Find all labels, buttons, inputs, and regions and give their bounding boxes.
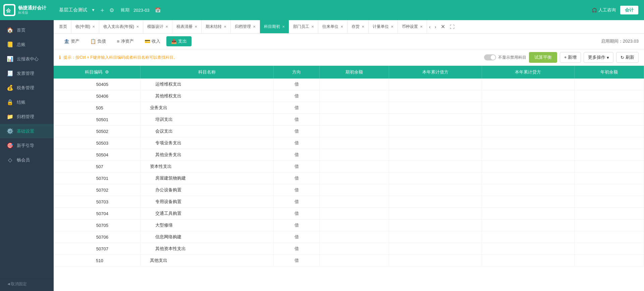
tab-inventory[interactable]: 存货 ✕ bbox=[347, 20, 369, 34]
col-opening-balance: 期初余额 bbox=[320, 66, 389, 79]
cell-name: 其他支出 bbox=[140, 255, 273, 266]
cell-year-opening bbox=[575, 149, 644, 161]
cell-code: 510 bbox=[54, 255, 140, 266]
tab-close-icon[interactable]: ✕ bbox=[165, 25, 168, 29]
table-row[interactable]: 50502 会议支出 借 bbox=[54, 126, 644, 137]
sub-tab-net-asset[interactable]: ≡ 净资产 bbox=[112, 36, 139, 46]
refresh-button[interactable]: ↻ 刷新 bbox=[616, 52, 639, 63]
tab-label: 存货 bbox=[352, 24, 360, 30]
sidebar-item-reports[interactable]: 📊 云报表中心 bbox=[0, 52, 54, 66]
invoice-icon: 🧾 bbox=[7, 70, 13, 77]
cell-year-opening bbox=[575, 184, 644, 196]
table-row[interactable]: 50501 培训支出 借 bbox=[54, 114, 644, 126]
tab-tax-clear[interactable]: 税表清册 ✕ bbox=[172, 20, 202, 34]
calendar-icon[interactable]: 📅 bbox=[155, 7, 161, 13]
tab-close-icon[interactable]: ✕ bbox=[420, 25, 423, 29]
sidebar-item-ledger[interactable]: 📒 总账 bbox=[0, 37, 54, 52]
tab-currency[interactable]: 币种设置 ✕ bbox=[398, 20, 427, 34]
table-row[interactable]: 50703 专用设备购置 借 bbox=[54, 196, 644, 208]
liability-icon: 📋 bbox=[90, 39, 96, 44]
toggle-switch[interactable] bbox=[484, 54, 496, 60]
support-button[interactable]: 🎧 人工咨询 bbox=[592, 7, 616, 13]
sub-tab-asset[interactable]: 🏦 资产 bbox=[59, 36, 84, 46]
tab-label: 税表清册 bbox=[176, 24, 193, 30]
toggle-disabled-subjects[interactable]: 不显示禁用科目 bbox=[484, 54, 526, 60]
tab-label: 首页 bbox=[59, 24, 67, 30]
period-label: 账期 bbox=[121, 7, 129, 13]
table-row[interactable]: 507 资本性支出 借 bbox=[54, 161, 644, 173]
tab-home[interactable]: 首页 bbox=[55, 20, 71, 34]
reports-icon: 📊 bbox=[7, 56, 13, 62]
cell-year-opening bbox=[575, 255, 644, 266]
tab-units[interactable]: 往来单位 ✕ bbox=[318, 20, 347, 34]
cell-opening-balance bbox=[320, 161, 389, 173]
table-row[interactable]: 50707 其他资本性支出 借 bbox=[54, 243, 644, 255]
tab-close-icon[interactable]: ✕ bbox=[224, 25, 226, 29]
table-row[interactable]: 50701 房屋建筑物购建 借 bbox=[54, 173, 644, 184]
sidebar-item-archive[interactable]: 📁 归档管理 bbox=[0, 109, 54, 124]
tab-nav-next[interactable]: › bbox=[433, 20, 438, 34]
col-name: 科目名称 bbox=[140, 66, 273, 79]
tab-label: 期末结转 bbox=[206, 24, 222, 30]
more-actions-button[interactable]: 更多操作 ▾ bbox=[584, 52, 613, 63]
table-row[interactable]: 50406 其他维权支出 借 bbox=[54, 90, 644, 102]
tab-close-icon[interactable]: ✕ bbox=[282, 25, 285, 29]
cell-code: 50406 bbox=[54, 90, 140, 102]
sidebar-item-settings[interactable]: ⚙️ 基础设置 bbox=[0, 124, 54, 138]
header-settings-icon[interactable]: ⚙ bbox=[109, 7, 114, 13]
subjects-table-container: 科目编码 ⚙ 科目名称 方向 期初余额 本年累计借方 本年累计贷方 年初余额 5… bbox=[54, 66, 644, 291]
table-row[interactable]: 50702 办公设备购置 借 bbox=[54, 184, 644, 196]
sidebar-item-home[interactable]: 🏠 首页 bbox=[0, 23, 54, 37]
sub-tab-income[interactable]: 💳 收入 bbox=[140, 36, 165, 46]
balance-button[interactable]: 试算平衡 bbox=[529, 52, 557, 63]
column-settings-icon[interactable]: ⚙ bbox=[105, 69, 109, 75]
tab-close-all-button[interactable]: ✕ bbox=[438, 20, 448, 34]
cell-name: 交通工具购置 bbox=[140, 208, 273, 220]
tab-expand-button[interactable]: ⛶ bbox=[448, 20, 457, 34]
account-button[interactable]: 会计 bbox=[620, 5, 639, 15]
tab-measure[interactable]: 计量单位 ✕ bbox=[369, 20, 398, 34]
add-button[interactable]: + 新增 bbox=[560, 52, 581, 63]
sub-tab-expense[interactable]: 📤 支出 bbox=[166, 36, 192, 46]
sidebar-item-invoice[interactable]: 🧾 发票管理 bbox=[0, 66, 54, 81]
tab-close-icon[interactable]: ✕ bbox=[136, 25, 139, 29]
add-workspace-button[interactable]: ＋ bbox=[99, 6, 105, 14]
table-row[interactable]: 50705 大型修缮 借 bbox=[54, 220, 644, 231]
table-row[interactable]: 50504 其他业务支出 借 bbox=[54, 149, 644, 161]
table-row[interactable]: 50706 信息网络购建 借 bbox=[54, 231, 644, 243]
sidebar-pin-toggle[interactable]: ◄取消固定 bbox=[0, 277, 54, 291]
tab-balance-mid[interactable]: 收(中期) ✕ bbox=[71, 20, 99, 34]
table-row[interactable]: 50704 交通工具购置 借 bbox=[54, 208, 644, 220]
sidebar-item-tax[interactable]: 💰 税务管理 bbox=[0, 81, 54, 95]
tab-close-icon[interactable]: ✕ bbox=[253, 25, 256, 29]
cell-year-opening bbox=[575, 208, 644, 220]
tab-close-icon[interactable]: ✕ bbox=[340, 25, 343, 29]
tab-close-icon[interactable]: ✕ bbox=[362, 25, 364, 29]
sub-tab-liability[interactable]: 📋 负债 bbox=[86, 36, 111, 46]
cell-code: 50405 bbox=[54, 79, 140, 90]
workspace-dropdown-icon[interactable]: ▼ bbox=[91, 8, 95, 12]
tab-template[interactable]: 模版设计 ✕ bbox=[143, 20, 172, 34]
col-year-opening: 年初余额 bbox=[575, 66, 644, 79]
sidebar-item-label: 总账 bbox=[17, 42, 25, 48]
table-row[interactable]: 50405 运维维权支出 借 bbox=[54, 79, 644, 90]
table-row[interactable]: 510 其他支出 借 bbox=[54, 255, 644, 266]
tab-close-icon[interactable]: ✕ bbox=[92, 25, 95, 29]
tab-period-close[interactable]: 期末结转 ✕ bbox=[202, 20, 231, 34]
cell-name: 办公设备购置 bbox=[140, 184, 273, 196]
sidebar-item-close[interactable]: 🔒 结账 bbox=[0, 95, 54, 109]
tab-close-icon[interactable]: ✕ bbox=[391, 25, 393, 29]
tab-close-icon[interactable]: ✕ bbox=[311, 25, 314, 29]
tab-nav-prev[interactable]: ‹ bbox=[427, 20, 433, 34]
sidebar-item-guide[interactable]: 🎯 新手引导 bbox=[0, 138, 54, 153]
tab-income-annual[interactable]: 收入支出表(年报) ✕ bbox=[99, 20, 143, 34]
table-row[interactable]: 505 业务支出 借 bbox=[54, 102, 644, 114]
cell-code: 50702 bbox=[54, 184, 140, 196]
tab-archive-mgmt[interactable]: 归档管理 ✕ bbox=[231, 20, 260, 34]
cell-opening-balance bbox=[320, 137, 389, 149]
tab-subject-init[interactable]: 科目期初 ✕ bbox=[260, 20, 289, 34]
tab-dept-staff[interactable]: 部门员工 ✕ bbox=[289, 20, 318, 34]
sidebar-item-member[interactable]: ◇ 畅会员 bbox=[0, 153, 54, 167]
table-row[interactable]: 50503 专项业务支出 借 bbox=[54, 137, 644, 149]
tab-close-icon[interactable]: ✕ bbox=[195, 25, 197, 29]
